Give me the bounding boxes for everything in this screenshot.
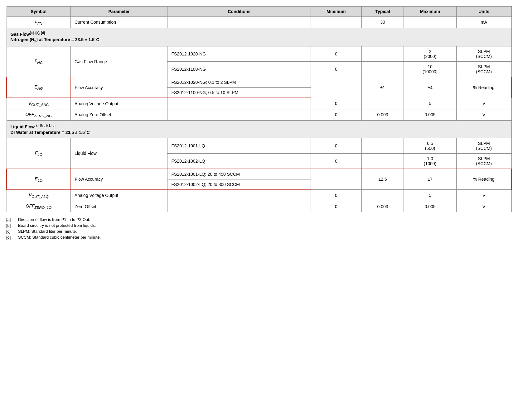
offzero-lq-symbol: OFFZERO_LQ xyxy=(7,201,71,212)
vout-alq-units: V xyxy=(456,190,511,201)
offzero-lq-maximum: 0.005 xyxy=(404,201,456,212)
offzero-lq-conditions xyxy=(167,201,311,212)
footnote-d-text: SCCM: Standard cubic centimeter per minu… xyxy=(18,235,101,240)
footnote-b-label: [b] xyxy=(6,223,16,228)
vout-ang-typical: – xyxy=(361,98,404,109)
elq-units1: % Reading xyxy=(456,169,511,190)
fng-parameter: Gas Flow Range xyxy=(71,46,167,77)
offzero-ng-symbol: OFFZERO_NG xyxy=(7,109,71,121)
current-units: mA xyxy=(456,17,511,28)
offzero-ng-minimum: 0 xyxy=(311,109,362,121)
vout-alq-maximum: 5 xyxy=(404,190,456,201)
vout-alq-parameter: Analog Voltage Output xyxy=(71,190,167,201)
eng-condition1: FS2012-1020-NG; 0.1 to 2 SLPM xyxy=(167,77,311,88)
fng-units1: SLPM(SCCM) xyxy=(456,46,511,62)
fng-min2: 0 xyxy=(311,62,362,77)
offzero-ng-parameter: Analog Zero Offset xyxy=(71,109,167,121)
gas-flow-title: Gas Flow[a], [c], [d] xyxy=(11,31,508,37)
flq-min2: 0 xyxy=(311,153,362,169)
current-maximum xyxy=(404,17,456,28)
footnote-a-text: Direction of flow is from P1 In to P2 Ou… xyxy=(18,217,90,222)
vout-alq-minimum: 0 xyxy=(311,190,362,201)
footnote-d-label: [d] xyxy=(6,235,16,240)
fng-typ2 xyxy=(361,62,404,77)
header-typical: Typical xyxy=(361,7,404,17)
footnote-a-label: [a] xyxy=(6,217,16,222)
gas-flow-section-header: Gas Flow[a], [c], [d] Nitrogen (N2) at T… xyxy=(7,28,511,46)
flq-condition2: FS2012-1002-LQ xyxy=(167,153,311,169)
footnote-c-text: SLPM: Standard liter per minute. xyxy=(18,229,77,234)
offzero-ng-units: V xyxy=(456,109,511,121)
current-parameter: Current Consumption xyxy=(71,17,167,28)
fng-symbol: FNG xyxy=(7,46,71,77)
offzero-ng-row: OFFZERO_NG Analog Zero Offset 0 0.003 0.… xyxy=(7,109,511,121)
flq-typ2 xyxy=(361,153,404,169)
vout-ang-maximum: 5 xyxy=(404,98,456,109)
eng-parameter: Flow Accuracy xyxy=(71,77,167,98)
current-typical: 30 xyxy=(361,17,404,28)
current-symbol: IVIN xyxy=(7,17,71,28)
flq-typ1 xyxy=(361,138,404,153)
gas-flow-subtitle: Nitrogen (N2) at Temperature = 23.5 ± 1.… xyxy=(11,37,508,43)
offzero-ng-typical: 0.003 xyxy=(361,109,404,121)
vout-alq-row: VOUT_ALQ Analog Voltage Output 0 – 5 V xyxy=(7,190,511,201)
eng-row1: ENG Flow Accuracy FS2012-1020-NG; 0.1 to… xyxy=(7,77,511,88)
fng-condition2: FS2012-1100-NG xyxy=(167,62,311,77)
flq-max2: 1.0(1000) xyxy=(404,153,456,169)
offzero-lq-parameter: Zero Offset xyxy=(71,201,167,212)
footnote-a: [a] Direction of flow is from P1 In to P… xyxy=(6,217,512,222)
header-symbol: Symbol xyxy=(7,7,71,17)
header-maximum: Maximum xyxy=(404,7,456,17)
vout-ang-units: V xyxy=(456,98,511,109)
current-conditions xyxy=(167,17,311,28)
header-parameter: Parameter xyxy=(71,7,167,17)
current-row: IVIN Current Consumption 30 mA xyxy=(7,17,511,28)
vout-alq-typical: – xyxy=(361,190,404,201)
elq-typ1: ±2.5 xyxy=(361,169,404,190)
elq-min1 xyxy=(311,169,362,190)
vout-ang-row: VOUT_ANG Analog Voltage Output 0 – 5 V xyxy=(7,98,511,109)
gas-flow-range-row1: FNG Gas Flow Range FS2012-1020-NG 0 2(20… xyxy=(7,46,511,62)
flq-units2: SLPM(SCCM) xyxy=(456,153,511,169)
eng-condition2: FS2012-1100-NG; 0.5 to 10 SLPM xyxy=(167,88,311,98)
elq-condition1: FS2012-1001-LQ; 20 to 450 SCCM xyxy=(167,169,311,179)
vout-ang-conditions xyxy=(167,98,311,109)
header-units: Units xyxy=(456,7,511,17)
elq-max1: ±7 xyxy=(404,169,456,190)
elq-row1: ELQ Flow Accuracy FS2012-1001-LQ; 20 to … xyxy=(7,169,511,179)
vout-ang-parameter: Analog Voltage Output xyxy=(71,98,167,109)
footnote-c-label: [c] xyxy=(6,229,16,234)
vout-ang-symbol: VOUT_ANG xyxy=(7,98,71,109)
vout-ang-minimum: 0 xyxy=(311,98,362,109)
header-conditions: Conditions xyxy=(167,7,311,17)
footnote-c: [c] SLPM: Standard liter per minute. xyxy=(6,229,512,234)
eng-min1 xyxy=(311,77,362,98)
elq-condition2: FS2012-1002-LQ; 20 to 800 SCCM xyxy=(167,179,311,190)
footnote-b-text: Board circuitry is not protected from li… xyxy=(18,223,96,228)
liquid-flow-subtitle: DI Water at Temperature = 23.5 ± 1.5°C xyxy=(11,130,508,135)
elq-symbol: ELQ xyxy=(7,169,71,190)
liquid-flow-section-header: Liquid Flow[a], [b], [c], [d] DI Water a… xyxy=(7,120,511,138)
offzero-lq-typical: 0.003 xyxy=(361,201,404,212)
footnotes: [a] Direction of flow is from P1 In to P… xyxy=(6,217,512,240)
offzero-ng-maximum: 0.005 xyxy=(404,109,456,121)
vout-alq-symbol: VOUT_ALQ xyxy=(7,190,71,201)
header-minimum: Minimum xyxy=(311,7,362,17)
fng-condition1: FS2012-1020-NG xyxy=(167,46,311,62)
eng-symbol: ENG xyxy=(7,77,71,98)
fng-typ1 xyxy=(361,46,404,62)
flq-units1: SLPM(SCCM) xyxy=(456,138,511,153)
offzero-lq-units: V xyxy=(456,201,511,212)
flq-symbol: FLQ xyxy=(7,138,71,169)
flq-min1: 0 xyxy=(311,138,362,153)
fng-max2: 10(10000) xyxy=(404,62,456,77)
offzero-lq-minimum: 0 xyxy=(311,201,362,212)
elq-parameter: Flow Accuracy xyxy=(71,169,167,190)
eng-max1: ±4 xyxy=(404,77,456,98)
flq-max1: 0.5(500) xyxy=(404,138,456,153)
footnote-b: [b] Board circuitry is not protected fro… xyxy=(6,223,512,228)
flq-parameter: Liquid Flow xyxy=(71,138,167,169)
offzero-ng-conditions xyxy=(167,109,311,121)
fng-max1: 2(2000) xyxy=(404,46,456,62)
liquid-flow-title: Liquid Flow[a], [b], [c], [d] xyxy=(11,124,508,129)
